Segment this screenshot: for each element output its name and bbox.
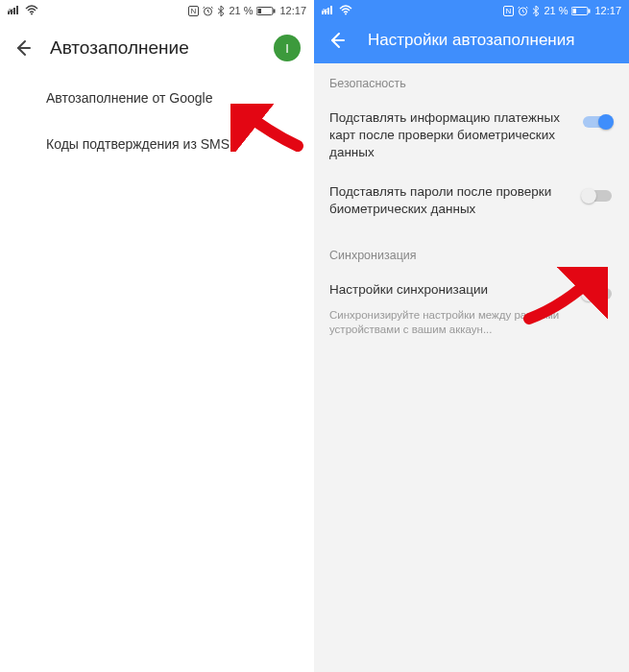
- alarm-icon: [518, 6, 528, 16]
- nfc-icon: N: [503, 6, 515, 16]
- status-time: 12:17: [594, 5, 621, 16]
- setting-label: Настройки синхронизации: [329, 281, 581, 299]
- section-security: Безопасность Подставлять информацию плат…: [314, 63, 629, 235]
- status-bar: 4G N 21 % 12:17: [0, 0, 314, 21]
- bluetooth-icon: [532, 6, 540, 16]
- svg-rect-4: [274, 9, 276, 12]
- svg-rect-10: [589, 9, 591, 12]
- back-button[interactable]: [13, 38, 33, 58]
- section-sync: Синхронизация Настройки синхронизации Си…: [314, 235, 629, 354]
- setting-label: Подставлять информацию платежных карт по…: [329, 109, 581, 162]
- battery-icon: [571, 6, 591, 16]
- svg-point-7: [345, 12, 347, 14]
- header: Настройки автозаполнения: [314, 21, 629, 63]
- setting-label: Подставлять пароли после проверки биомет…: [329, 183, 581, 218]
- status-bar: 4G N 21 % 12:17: [314, 0, 629, 21]
- phone-left: 4G N 21 % 12:17 Автозаполнение I: [0, 0, 314, 672]
- page-title: Настройки автозаполнения: [368, 31, 574, 50]
- alarm-icon: [203, 6, 213, 16]
- section-title: Синхронизация: [329, 249, 614, 262]
- account-avatar[interactable]: I: [274, 35, 301, 61]
- setting-description: Синхронизируйте настройки между разными …: [329, 308, 614, 337]
- signal-icon: 4G: [8, 5, 21, 17]
- toggle-payment-biometrics[interactable]: [581, 113, 614, 131]
- battery-icon: [256, 6, 276, 16]
- back-button[interactable]: [327, 31, 347, 50]
- status-time: 12:17: [279, 5, 306, 16]
- battery-text: 21 %: [229, 5, 253, 16]
- wifi-icon: [339, 5, 352, 17]
- autofill-list: Автозаполнение от Google Коды подтвержде…: [0, 71, 314, 171]
- phone-right: 4G N 21 % 12:17 Настройки автозаполнения: [314, 0, 629, 672]
- toggle-sync[interactable]: [581, 285, 614, 302]
- list-item-google-autofill[interactable]: Автозаполнение от Google: [0, 77, 314, 119]
- nfc-icon: N: [188, 6, 200, 16]
- setting-payment-biometrics: Подставлять информацию платежных карт по…: [329, 102, 614, 176]
- bluetooth-icon: [217, 6, 225, 16]
- signal-icon: 4G: [322, 5, 335, 17]
- svg-point-1: [31, 12, 33, 14]
- wifi-icon: [25, 5, 38, 17]
- setting-password-biometrics: Подставлять пароли после проверки биомет…: [329, 176, 614, 231]
- toggle-password-biometrics[interactable]: [581, 187, 614, 204]
- setting-sync: Настройки синхронизации Синхронизируйте …: [329, 274, 614, 350]
- header: Автозаполнение I: [0, 21, 314, 71]
- list-item-sms-codes[interactable]: Коды подтверждения из SMS: [0, 123, 314, 165]
- svg-rect-5: [258, 9, 262, 13]
- battery-text: 21 %: [544, 5, 568, 16]
- svg-rect-11: [573, 9, 577, 13]
- page-title: Автозаполнение: [50, 37, 189, 59]
- section-title: Безопасность: [329, 77, 614, 90]
